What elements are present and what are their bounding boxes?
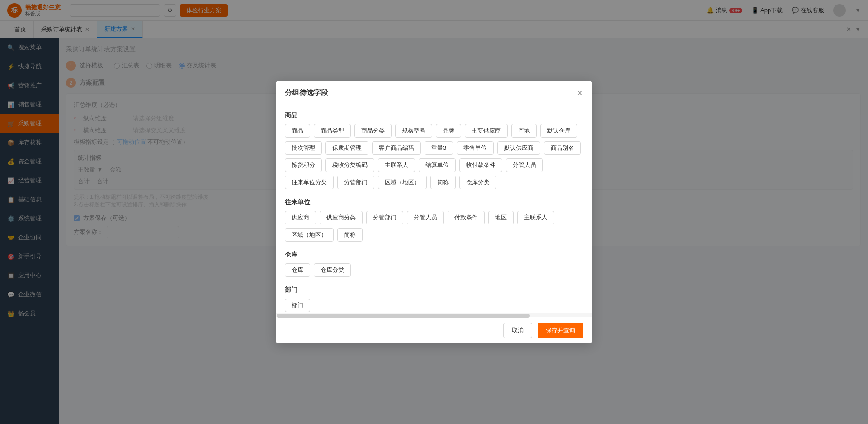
modal-overlay: 分组待选字段 ✕ 商品 商品 商品类型 商品分类 规格型号 品牌 主要供应商 产… [0,0,868,424]
field-tag[interactable]: 收付款条件 [459,158,502,172]
section-dept-tags: 部门 [285,299,583,312]
field-tag[interactable]: 批次管理 [285,141,322,155]
field-tag[interactable]: 拣货积分 [285,158,322,172]
field-tag[interactable]: 商品别名 [544,141,581,155]
field-tag[interactable]: 地区 [488,211,514,224]
field-tag[interactable]: 客户商品编码 [372,141,421,155]
field-tag[interactable]: 税收分类编码 [326,158,374,172]
modal-dialog: 分组待选字段 ✕ 商品 商品 商品类型 商品分类 规格型号 品牌 主要供应商 产… [276,81,592,343]
section-product-title: 商品 [285,111,583,119]
field-tag[interactable]: 分管部门 [366,211,403,224]
section-product-tags: 商品 商品类型 商品分类 规格型号 品牌 主要供应商 产地 默认仓库 批次管理 … [285,124,583,189]
section-warehouse-title: 仓库 [285,251,583,259]
field-tag[interactable]: 往来单位分类 [285,176,334,189]
field-tag[interactable]: 分管人员 [407,211,444,224]
section-warehouse: 仓库 仓库 仓库分类 [285,251,583,277]
field-tag[interactable]: 商品类型 [314,124,351,138]
section-partner: 往来单位 供应商 供应商分类 分管部门 分管人员 付款条件 地区 主联系人 区域… [285,198,583,242]
field-tag[interactable]: 主要供应商 [465,124,508,138]
field-tag[interactable]: 区域（地区） [285,228,334,242]
field-tag[interactable]: 主联系人 [378,158,415,172]
section-dept-title: 部门 [285,286,583,294]
modal-scroll-thumb[interactable] [277,314,530,318]
save-query-button[interactable]: 保存并查询 [538,323,583,338]
field-tag[interactable]: 品牌 [436,124,461,138]
modal-header: 分组待选字段 ✕ [276,81,592,104]
field-tag[interactable]: 结算单位 [419,158,456,172]
field-tag[interactable]: 区域（地区） [378,176,427,189]
field-tag[interactable]: 仓库分类 [314,263,351,277]
section-partner-title: 往来单位 [285,198,583,206]
field-tag[interactable]: 付款条件 [448,211,485,224]
modal-body: 商品 商品 商品类型 商品分类 规格型号 品牌 主要供应商 产地 默认仓库 批次… [276,104,592,313]
field-tag[interactable]: 主联系人 [517,211,554,224]
field-tag[interactable]: 产地 [511,124,537,138]
field-tag[interactable]: 商品 [285,124,310,138]
field-tag[interactable]: 保质期管理 [326,141,368,155]
cancel-button[interactable]: 取消 [503,323,532,338]
field-tag[interactable]: 分管部门 [337,176,374,189]
field-tag[interactable]: 商品分类 [354,124,392,138]
field-tag[interactable]: 仓库分类 [459,176,496,189]
field-tag[interactable]: 仓库 [285,263,310,277]
section-product: 商品 商品 商品类型 商品分类 规格型号 品牌 主要供应商 产地 默认仓库 批次… [285,111,583,189]
field-tag[interactable]: 默认供应商 [497,141,540,155]
field-tag[interactable]: 部门 [285,299,310,312]
field-tag[interactable]: 供应商 [285,211,316,224]
modal-footer: 取消 保存并查询 [276,317,592,343]
section-dept: 部门 部门 [285,286,583,312]
field-tag[interactable]: 分管人员 [506,158,543,172]
modal-scroll-track[interactable] [276,313,592,317]
field-tag[interactable]: 简称 [337,228,363,242]
section-partner-tags: 供应商 供应商分类 分管部门 分管人员 付款条件 地区 主联系人 区域（地区） … [285,211,583,242]
field-tag[interactable]: 重量3 [425,141,453,155]
modal-title: 分组待选字段 [285,88,328,98]
field-tag[interactable]: 默认仓库 [540,124,577,138]
field-tag[interactable]: 供应商分类 [320,211,363,224]
modal-close-button[interactable]: ✕ [576,88,583,98]
field-tag[interactable]: 简称 [430,176,456,189]
field-tag[interactable]: 规格型号 [395,124,432,138]
field-tag[interactable]: 零售单位 [457,141,494,155]
section-warehouse-tags: 仓库 仓库分类 [285,263,583,277]
